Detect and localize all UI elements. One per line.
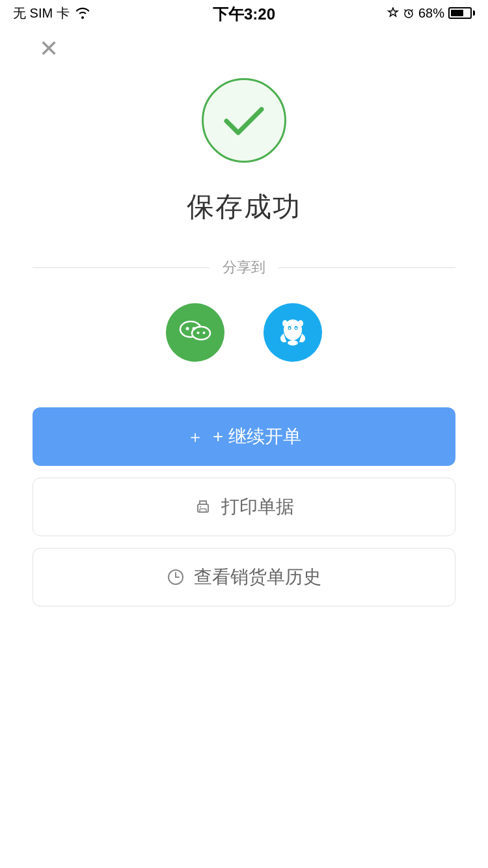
location-icon	[387, 7, 399, 19]
main-content: 保存成功 分享到	[0, 26, 488, 606]
wifi-icon	[75, 7, 90, 19]
svg-rect-17	[200, 509, 206, 512]
alarm-icon	[403, 7, 414, 19]
print-label: 打印单据	[221, 495, 294, 519]
continue-button[interactable]: ＋ + 继续开单	[33, 407, 455, 466]
svg-point-6	[197, 332, 200, 334]
plus-icon: ＋	[187, 426, 204, 448]
checkmark-icon	[221, 103, 267, 139]
success-icon-circle	[202, 78, 286, 163]
history-button[interactable]: 查看销货单历史	[33, 548, 455, 606]
svg-point-18	[200, 506, 201, 508]
action-buttons: ＋ + 继续开单 打印单据 查看销货单历史	[33, 407, 455, 606]
wechat-icon	[179, 319, 211, 346]
battery-icon	[448, 7, 475, 19]
svg-point-15	[298, 320, 303, 327]
svg-point-3	[186, 327, 189, 331]
battery-percent: 68%	[418, 6, 444, 21]
divider-left	[33, 267, 210, 268]
svg-point-9	[288, 340, 298, 346]
status-time: 下午3:20	[213, 4, 275, 25]
svg-point-14	[282, 320, 288, 327]
history-icon	[167, 568, 185, 586]
qq-share-button[interactable]	[264, 303, 322, 362]
status-right: 68%	[387, 6, 475, 21]
close-button[interactable]: ✕	[33, 33, 65, 65]
status-left: 无 SIM 卡	[13, 5, 90, 22]
close-icon: ✕	[39, 37, 59, 61]
share-divider: 分享到	[33, 258, 455, 277]
divider-right	[278, 267, 455, 268]
continue-label: + 继续开单	[213, 424, 301, 449]
success-title: 保存成功	[187, 189, 301, 225]
share-icons-row	[166, 303, 322, 362]
share-label: 分享到	[223, 258, 265, 277]
qq-icon	[277, 316, 308, 349]
history-label: 查看销货单历史	[194, 565, 321, 590]
print-icon	[194, 498, 212, 516]
sim-label: 无 SIM 卡	[13, 5, 70, 22]
svg-point-13	[295, 327, 297, 329]
wechat-share-button[interactable]	[166, 303, 224, 362]
svg-point-7	[203, 332, 206, 334]
status-bar: 无 SIM 卡 下午3:20 68%	[0, 0, 488, 26]
svg-point-12	[289, 327, 290, 329]
print-button[interactable]: 打印单据	[33, 478, 455, 536]
